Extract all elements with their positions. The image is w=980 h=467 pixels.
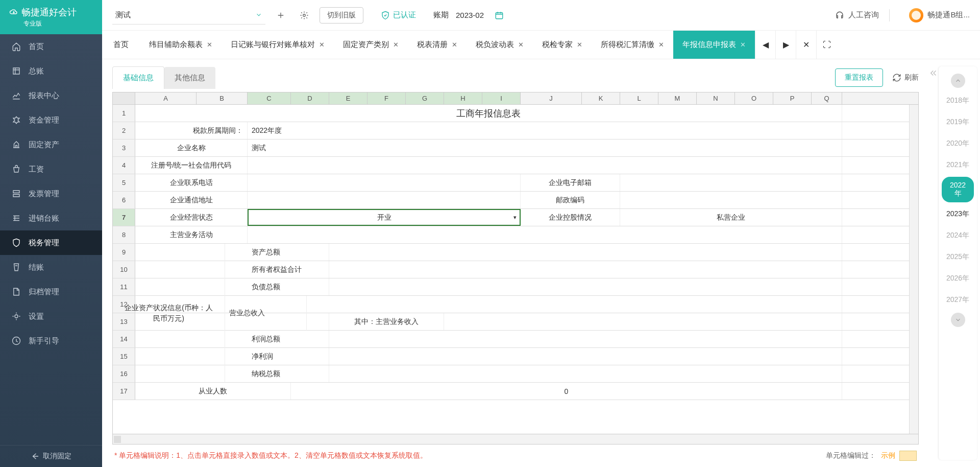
tab-fullscreen[interactable]: ⛶ [816, 31, 837, 59]
user-menu[interactable]: 畅捷通B组... [909, 8, 970, 22]
tab-6[interactable]: 税检专家✕ [533, 31, 592, 59]
year-option[interactable]: 2020年 [939, 133, 977, 154]
field-value[interactable] [248, 192, 521, 208]
nav-item-5[interactable]: 工资 [0, 157, 102, 181]
field-value[interactable] [620, 192, 842, 208]
field-value[interactable]: 2022年度 [248, 122, 842, 139]
year-down[interactable] [951, 313, 965, 327]
row-header[interactable]: 1 [113, 105, 135, 122]
year-option[interactable]: 2019年 [939, 111, 977, 133]
field-value[interactable] [248, 226, 842, 243]
tab-8[interactable]: 年报信息申报表✕ [673, 31, 755, 59]
tab-0[interactable]: 首页 [102, 31, 140, 59]
tab-close-all[interactable]: ✕ [796, 31, 816, 59]
year-option[interactable]: 2024年 [939, 225, 977, 246]
subtab-other[interactable]: 其他信息 [164, 67, 215, 89]
row-header[interactable]: 6 [113, 192, 135, 208]
calendar-button[interactable] [491, 7, 507, 24]
field-value[interactable] [248, 157, 842, 174]
nav-item-10[interactable]: 归档管理 [0, 279, 102, 304]
nav-item-9[interactable]: 结账 [0, 255, 102, 279]
close-icon[interactable]: ✕ [658, 41, 664, 49]
unpin-button[interactable]: 取消固定 [0, 445, 102, 467]
close-icon[interactable]: ✕ [518, 41, 524, 49]
row-header[interactable]: 17 [113, 383, 135, 400]
close-icon[interactable]: ✕ [740, 41, 746, 49]
old-version-button[interactable]: 切到旧版 [320, 7, 363, 24]
reset-button[interactable]: 重置报表 [835, 68, 883, 87]
field-value[interactable] [620, 174, 842, 191]
year-up[interactable] [951, 74, 965, 88]
col-header[interactable]: D [291, 92, 329, 104]
nav-item-2[interactable]: 报表中心 [0, 83, 102, 108]
col-header[interactable]: N [697, 92, 735, 104]
col-header[interactable]: I [482, 92, 521, 104]
col-header[interactable]: J [521, 92, 582, 104]
tab-4[interactable]: 税表清册✕ [408, 31, 467, 59]
tab-prev[interactable]: ◀ [755, 31, 775, 59]
row-header[interactable]: 4 [113, 157, 135, 174]
col-header[interactable]: G [406, 92, 444, 104]
nav-item-11[interactable]: 设置 [0, 304, 102, 329]
tab-1[interactable]: 纬目辅助余额表✕ [140, 31, 222, 59]
scrollbar-horizontal[interactable] [113, 434, 918, 444]
spreadsheet[interactable]: ABCDEFGHIJKLMNOPQ 1工商年报信息表2税款所属期间：2022年度… [112, 92, 919, 445]
col-header[interactable]: Q [812, 92, 842, 104]
year-option[interactable]: 2021年 [939, 154, 977, 176]
tab-5[interactable]: 税负波动表✕ [467, 31, 533, 59]
row-header[interactable]: 5 [113, 174, 135, 191]
close-icon[interactable]: ✕ [207, 41, 212, 49]
row-header[interactable]: 7 [113, 209, 135, 226]
year-option[interactable]: 2027年 [939, 289, 977, 311]
close-icon[interactable]: ✕ [393, 41, 399, 49]
field-value[interactable]: 私营企业 [620, 209, 842, 226]
scrollbar-vertical[interactable] [909, 105, 918, 434]
tab-next[interactable]: ▶ [775, 31, 796, 59]
col-header[interactable]: E [329, 92, 368, 104]
col-header[interactable]: M [658, 92, 697, 104]
row-header[interactable]: 8 [113, 226, 135, 243]
field-value[interactable] [248, 174, 521, 191]
col-header[interactable]: C [248, 92, 291, 104]
nav-item-3[interactable]: 资金管理 [0, 108, 102, 132]
field-value[interactable]: 开业 [248, 209, 521, 226]
close-icon[interactable]: ✕ [452, 41, 457, 49]
col-header[interactable]: F [368, 92, 406, 104]
col-header[interactable]: A [135, 92, 197, 104]
nav-item-12[interactable]: 新手引导 [0, 329, 102, 353]
tab-3[interactable]: 固定资产类别✕ [334, 31, 408, 59]
col-header[interactable]: B [197, 92, 248, 104]
col-header[interactable]: O [735, 92, 773, 104]
nav-item-7[interactable]: 进销台账 [0, 206, 102, 230]
close-icon[interactable]: ✕ [319, 41, 325, 49]
nav-item-4[interactable]: 固定资产 [0, 132, 102, 157]
close-icon[interactable]: ✕ [577, 41, 582, 49]
org-select[interactable]: 测试 [112, 6, 265, 25]
col-header[interactable]: P [773, 92, 812, 104]
year-option[interactable]: 2018年 [939, 90, 977, 111]
year-option[interactable]: 2023年 [939, 203, 977, 225]
col-header[interactable]: L [620, 92, 658, 104]
nav-item-6[interactable]: 发票管理 [0, 181, 102, 206]
row-header[interactable]: 2 [113, 122, 135, 139]
col-header[interactable]: H [444, 92, 482, 104]
nav-item-0[interactable]: 首页 [0, 34, 102, 59]
select-all-corner[interactable] [113, 92, 135, 104]
year-option[interactable]: 2025年 [939, 246, 977, 268]
nav-item-1[interactable]: 总账 [0, 59, 102, 83]
collapse-handle[interactable] [929, 59, 938, 467]
settings-button[interactable] [296, 7, 312, 24]
col-header[interactable]: K [582, 92, 620, 104]
tab-7[interactable]: 所得税汇算清缴✕ [592, 31, 673, 59]
row-header[interactable]: 3 [113, 139, 135, 156]
year-option[interactable]: 2022年 [942, 177, 974, 202]
refresh-button[interactable]: 刷新 [892, 73, 919, 82]
tab-2[interactable]: 日记账与银行对账单核对✕ [222, 31, 334, 59]
field-value[interactable]: 0 [291, 383, 842, 400]
nav-item-8[interactable]: 税务管理 [0, 230, 102, 255]
year-option[interactable]: 2026年 [939, 268, 977, 289]
add-button[interactable] [273, 7, 289, 24]
subtab-basic[interactable]: 基础信息 [112, 66, 164, 89]
field-value[interactable]: 测试 [248, 139, 842, 156]
support-button[interactable]: 人工咨询 [835, 10, 879, 20]
